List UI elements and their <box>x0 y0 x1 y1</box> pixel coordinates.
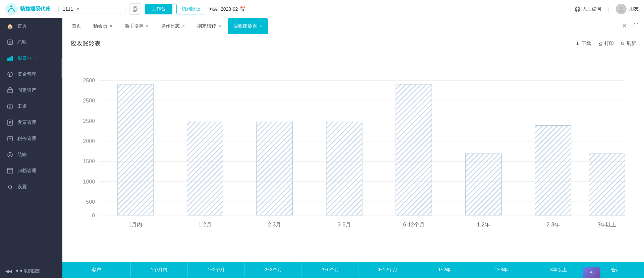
table-header-row: 客户 1个月内 1~2个月 2~3个月 3~6个月 6~12个月 <box>62 262 644 278</box>
print-button[interactable]: 🖨 打印 <box>598 41 614 47</box>
svg-rect-10 <box>7 58 9 61</box>
company-selector[interactable]: 1111 ▼ <box>58 5 125 13</box>
svg-rect-55 <box>326 122 362 215</box>
svg-rect-49 <box>187 122 223 215</box>
download-button[interactable]: ⬇ 下载 <box>576 41 591 47</box>
sidebar-item-ledger[interactable]: 总账 <box>0 34 62 50</box>
reports-icon <box>7 55 13 62</box>
sidebar-item-archive[interactable]: 归档管理 <box>0 163 62 179</box>
print-icon: 🖨 <box>598 41 602 46</box>
tab-log[interactable]: 操作日志 ✕ <box>156 18 191 34</box>
tax-icon <box>7 135 13 142</box>
svg-text:2-3年: 2-3年 <box>546 221 559 227</box>
svg-point-25 <box>8 152 12 157</box>
user-name: 用友 <box>629 6 639 12</box>
tab-log-close[interactable]: ✕ <box>182 24 185 28</box>
tabs-right: ✕ ⛶ <box>621 21 640 30</box>
ai-badge[interactable]: Ai <box>583 267 600 278</box>
sidebar-item-assets[interactable]: 固定资产 <box>0 82 62 98</box>
tab-guide-close[interactable]: ✕ <box>146 24 149 28</box>
divider: | <box>608 6 609 12</box>
svg-text:3-6月: 3-6月 <box>338 221 351 227</box>
svg-point-1 <box>10 5 12 7</box>
workbench-button[interactable]: 工作台 <box>145 4 172 14</box>
tab-period-end-close[interactable]: ✕ <box>218 24 221 28</box>
sidebar-label-settings: 设置 <box>17 184 27 190</box>
user-avatar <box>616 4 627 14</box>
svg-rect-61 <box>466 154 501 215</box>
svg-rect-15 <box>8 89 12 93</box>
tab-aging[interactable]: 应收账龄表 ✕ <box>228 18 268 34</box>
col-2-3year: 2~3年 <box>473 262 530 278</box>
tab-home[interactable]: 首页 <box>66 18 87 34</box>
bar-3plus-year: 3年以上 <box>589 154 625 227</box>
sidebar-label-archive: 归档管理 <box>17 168 36 174</box>
expand-tab-button[interactable]: ⛶ <box>632 22 640 30</box>
chevron-down-icon: ▼ <box>76 7 80 11</box>
logo-icon <box>5 3 17 15</box>
headset-icon: 🎧 <box>575 6 580 12</box>
refresh-button[interactable]: ↻ 刷新 <box>621 41 636 47</box>
svg-rect-11 <box>9 57 11 61</box>
sidebar-item-funds[interactable]: $ 资金管理 <box>0 66 62 82</box>
sidebar-label-funds: 资金管理 <box>17 71 36 77</box>
sidebar-label-ledger: 总账 <box>17 39 27 45</box>
sidebar-footer[interactable]: ◀◀ ◀◀ 取消固定 <box>0 264 62 278</box>
sidebar-footer-label: ◀◀ 取消固定 <box>15 268 40 274</box>
company-name: 1111 <box>63 6 73 12</box>
consult-button[interactable]: 🎧 人工咨询 <box>575 6 601 12</box>
sidebar-scrollbar <box>61 58 62 78</box>
bar-2-3year: 2-3年 <box>535 126 571 227</box>
sidebar-item-invoice[interactable]: 发票管理 <box>0 115 62 131</box>
download-label: 下载 <box>582 41 591 47</box>
main-area: 🏠 首页 总账 报表中心 $ 资金管理 <box>0 18 644 278</box>
sidebar-item-checkout[interactable]: 结账 <box>0 147 62 163</box>
period-label: 账期 <box>209 6 219 12</box>
tab-aging-label: 应收账龄表 <box>233 23 257 29</box>
sidebar-item-tax[interactable]: 税务管理 <box>0 131 62 147</box>
sidebar-item-home[interactable]: 🏠 首页 <box>0 18 62 34</box>
svg-text:2-3月: 2-3月 <box>268 221 281 227</box>
svg-point-17 <box>9 106 11 108</box>
home-icon: 🏠 <box>7 23 13 29</box>
tab-period-end[interactable]: 期末结转 ✕ <box>192 18 227 34</box>
sidebar-item-salary[interactable]: 工资 <box>0 98 62 115</box>
switch-old-button[interactable]: 切到旧版 <box>176 4 205 14</box>
bar-1-2year: 1-2年 <box>466 154 501 227</box>
svg-rect-3 <box>134 7 137 10</box>
aging-chart: 2500 2500 2500 2000 1500 1000 500 0 <box>72 59 634 255</box>
svg-text:500: 500 <box>86 199 95 205</box>
salary-icon <box>7 103 13 110</box>
settings-icon: ⚙ <box>7 184 13 190</box>
svg-text:2500: 2500 <box>83 77 95 83</box>
sidebar-item-reports[interactable]: 报表中心 <box>0 50 62 66</box>
col-3plus-year: 3年以上 <box>530 262 587 278</box>
col-6-12month: 6~12个月 <box>359 262 416 278</box>
copy-button[interactable] <box>129 3 141 15</box>
top-bar: 畅捷通易代账 1111 ▼ 工作台 切到旧版 账期 2023-02 📅 🎧 人工… <box>0 0 644 18</box>
calendar-icon[interactable]: 📅 <box>240 6 246 12</box>
svg-text:1000: 1000 <box>83 179 95 185</box>
logo-text: 畅捷通易代账 <box>20 6 50 12</box>
user-area[interactable]: 用友 <box>616 4 639 14</box>
tab-guide[interactable]: 新手引导 ✕ <box>119 18 154 34</box>
col-3-6month: 3~6个月 <box>302 262 359 278</box>
sidebar-label-reports: 报表中心 <box>17 55 36 61</box>
sidebar-label-home: 首页 <box>17 23 27 29</box>
tab-home-label: 首页 <box>72 23 81 29</box>
svg-point-4 <box>620 7 623 9</box>
svg-point-5 <box>619 10 624 12</box>
assets-icon <box>7 87 13 94</box>
sidebar-label-checkout: 结账 <box>17 152 27 158</box>
close-all-tabs-button[interactable]: ✕ <box>621 21 628 30</box>
tab-member[interactable]: 畅会员 ✕ <box>88 18 118 34</box>
download-icon: ⬇ <box>576 41 580 46</box>
tab-member-close[interactable]: ✕ <box>109 24 113 28</box>
sidebar-item-settings[interactable]: ⚙ 设置 <box>0 179 62 195</box>
app-container: 畅捷通易代账 1111 ▼ 工作台 切到旧版 账期 2023-02 📅 🎧 人工… <box>0 0 644 278</box>
archive-icon <box>7 167 13 174</box>
tab-aging-close[interactable]: ✕ <box>259 24 262 28</box>
period-area: 账期 2023-02 📅 <box>209 6 246 12</box>
page-actions: ⬇ 下载 🖨 打印 ↻ 刷新 <box>576 41 636 47</box>
logo-area: 畅捷通易代账 <box>5 3 50 15</box>
